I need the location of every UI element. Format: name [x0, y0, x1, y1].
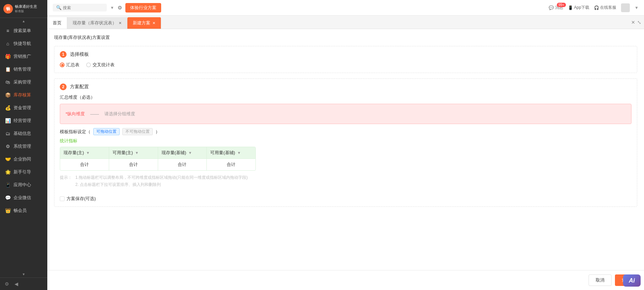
topbar-dropdown-icon[interactable]: ▼ [110, 5, 114, 10]
section1-title: 选择模板 [70, 51, 89, 57]
app-name-container: 畅康通好生意 标准版 [15, 4, 37, 13]
dimension-label: 汇总维度（必选） [60, 94, 631, 100]
tab-inventory[interactable]: 现存量（库存状况表） ✕ [67, 17, 127, 29]
sidebar-item-system[interactable]: ⚙ 系统管理 [0, 140, 47, 153]
sidebar-scroll-down[interactable]: ▼ [0, 271, 47, 277]
sidebar-collapse-icon[interactable]: ◀ [15, 281, 18, 287]
metrics-cell-2: 合计 [158, 159, 207, 170]
app-logo-icon: 畅 [3, 4, 13, 14]
metrics-col-1-label: 可用量(主) [113, 150, 133, 156]
sidebar-item-sales[interactable]: 📋 销售管理 [0, 63, 47, 76]
radio-summary-label: 汇总表 [66, 62, 79, 68]
dimension-box[interactable]: *纵向维度 —— 请选择分组维度 [60, 104, 631, 124]
sidebar-item-sales-label: 销售管理 [14, 66, 31, 72]
tab-home[interactable]: 首页 [47, 17, 67, 29]
message-icon: 💬 [549, 5, 554, 10]
metrics-section-label: 统计指标 [60, 138, 631, 144]
save-option: 方案保存(可选) [60, 192, 631, 202]
tabbar: 首页 现存量（库存状况表） ✕ 新建方案 ✕ ✕ ⤡ [47, 16, 644, 29]
system-icon: ⚙ [5, 143, 11, 149]
main-area: 🔍 ▼ ⚙ 体验行业方案 💬 消息 99+ 📱 App下载 🎧 在线客服 ▼ [47, 0, 644, 290]
sidebar-item-operations[interactable]: 📊 经营管理 [0, 114, 47, 127]
sidebar-item-marketing[interactable]: 🎁 营销推广 [0, 50, 47, 63]
metrics-col-1-dropdown-icon[interactable]: ▼ [135, 151, 139, 155]
sidebar-nav: ≡ 搜索菜单 ⌂ 快捷导航 🎁 营销推广 📋 销售管理 🛍 采购管理 📦 库存核… [0, 24, 47, 271]
sidebar-item-purchase[interactable]: 🛍 采购管理 [0, 76, 47, 89]
vip-icon: 👑 [5, 208, 11, 214]
tab-inventory-close-icon[interactable]: ✕ [119, 21, 122, 25]
metrics-col-3-dropdown-icon[interactable]: ▼ [237, 151, 241, 155]
tab-new-plan[interactable]: 新建方案 ✕ [127, 17, 161, 29]
sidebar-item-basic[interactable]: 🗂 基础信息 [0, 127, 47, 140]
inventory-icon: 📦 [5, 92, 11, 98]
sidebar-bottom: ⚙ ◀ [0, 277, 47, 290]
sidebar-item-enterprise-wechat-label: 企业微信 [14, 195, 31, 201]
tab-close-all-icon[interactable]: ✕ [631, 20, 635, 25]
dimension-dash: —— [90, 112, 99, 117]
metrics-col-2[interactable]: 现存量(基辅) ▼ [158, 147, 207, 159]
page-content: 现存量(库存状况表)方案设置 1 选择模板 汇总表 交叉统计表 [47, 29, 644, 290]
sidebar-item-quick-nav[interactable]: ⌂ 快捷导航 [0, 37, 47, 50]
metrics-config-label: 模板指标设定（ 可拖动位置 不可拖动位置 ） [60, 128, 631, 135]
radio-summary-circle [60, 63, 65, 67]
section-template: 1 选择模板 汇总表 交叉统计表 [54, 46, 637, 73]
sidebar-item-system-label: 系统管理 [14, 143, 31, 149]
search-input[interactable] [63, 5, 97, 10]
sidebar-item-operations-label: 经营管理 [14, 118, 31, 124]
tip-1-text: 1.拖动标题栏可以调整布局，不可跨维度或指标区域拖动(只能在同一维度或指标区域内… [75, 175, 248, 180]
content-area: 现存量(库存状况表)方案设置 1 选择模板 汇总表 交叉统计表 [47, 29, 644, 290]
metrics-col-0-dropdown-icon[interactable]: ▼ [86, 151, 90, 155]
section1-num: 1 [60, 51, 67, 58]
metrics-col-3[interactable]: 可用量(基辅) ▼ [207, 147, 255, 159]
marketing-icon: 🎁 [5, 53, 11, 59]
sidebar-item-inventory[interactable]: 📦 库存核算 [0, 89, 47, 101]
trial-btn[interactable]: 体验行业方案 [125, 3, 161, 13]
metrics-col-2-dropdown-icon[interactable]: ▼ [188, 151, 192, 155]
sidebar-item-cooperation[interactable]: 🤝 企业协同 [0, 153, 47, 166]
service-icon: 🎧 [594, 5, 599, 10]
sidebar-scroll-up[interactable]: ▲ [0, 18, 47, 24]
cancel-button[interactable]: 取消 [589, 274, 612, 286]
app-edition: 标准版 [15, 9, 37, 14]
radio-cross[interactable]: 交叉统计表 [86, 62, 115, 68]
sidebar-item-finance[interactable]: 💰 资金管理 [0, 101, 47, 114]
sidebar-item-enterprise-wechat[interactable]: 💬 企业微信 [0, 191, 47, 204]
ai-badge[interactable]: Ai [623, 274, 641, 287]
sidebar-item-new-guide[interactable]: 🌟 新手引导 [0, 166, 47, 178]
sidebar-item-search[interactable]: ≡ 搜索菜单 [0, 24, 47, 37]
app-download-btn[interactable]: 📱 App下载 [568, 5, 589, 10]
tab-new-plan-close-icon[interactable]: ✕ [152, 21, 155, 25]
quick-nav-icon: ⌂ [5, 41, 11, 47]
message-badge: 99+ [557, 3, 566, 7]
radio-cross-circle [86, 63, 91, 67]
metrics-col-0-label: 现存量(主) [64, 150, 84, 156]
metrics-cell-0: 合计 [60, 159, 109, 170]
metrics-col-0[interactable]: 现存量(主) ▼ [60, 147, 109, 159]
tab-expand-icon[interactable]: ⤡ [637, 20, 641, 25]
sidebar-item-app-center-label: 应用中心 [14, 182, 31, 188]
message-btn[interactable]: 💬 消息 99+ [549, 5, 563, 10]
tabbar-controls: ✕ ⤡ [631, 20, 641, 25]
sidebar-item-app-center[interactable]: 📱 应用中心 [0, 178, 47, 191]
section1-header: 1 选择模板 [60, 51, 631, 58]
tips-section: 提示： 1.拖动标题栏可以调整布局，不可跨维度或指标区域拖动(只能在同一维度或指… [60, 175, 631, 188]
tab-inventory-label: 现存量（库存状况表） [73, 20, 117, 26]
enterprise-wechat-icon: 💬 [5, 195, 11, 201]
search-box[interactable]: 🔍 [53, 4, 107, 11]
sidebar-item-new-guide-label: 新手引导 [14, 169, 31, 175]
section-config: 2 方案配置 汇总维度（必选） *纵向维度 —— 请选择分组维度 模板指标设定（… [54, 78, 637, 207]
radio-summary[interactable]: 汇总表 [60, 62, 79, 68]
basic-icon: 🗂 [5, 130, 11, 137]
sidebar-settings-icon[interactable]: ⚙ [5, 281, 9, 287]
section2-header: 2 方案配置 [60, 83, 631, 90]
topbar-settings-icon[interactable]: ⚙ [118, 5, 122, 11]
sidebar-item-vip[interactable]: 👑 畅会员 [0, 204, 47, 217]
save-checkbox[interactable] [60, 196, 65, 201]
tab-home-label: 首页 [53, 20, 61, 26]
online-service-btn[interactable]: 🎧 在线客服 [594, 5, 616, 10]
non-draggable-badge: 不可拖动位置 [122, 128, 153, 135]
sidebar-item-marketing-label: 营销推广 [14, 53, 31, 59]
metrics-col-1[interactable]: 可用量(主) ▼ [109, 147, 158, 159]
app-center-icon: 📱 [5, 182, 11, 188]
sidebar-item-basic-label: 基础信息 [14, 130, 31, 137]
